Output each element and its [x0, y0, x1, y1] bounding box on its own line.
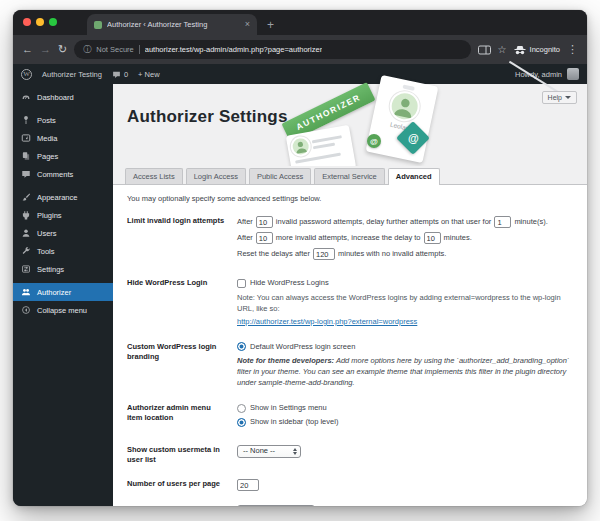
browser-tab[interactable]: Authorizer ‹ Authorizer Testing × — [87, 14, 257, 35]
sidebar-item-posts[interactable]: Posts — [13, 111, 113, 129]
bookmark-star-icon[interactable]: ☆ — [498, 45, 507, 55]
window-controls — [23, 18, 57, 26]
minimize-window-button[interactable] — [36, 18, 44, 26]
help-label: Help — [548, 94, 562, 101]
branding-default-radio[interactable] — [237, 342, 246, 351]
forward-icon[interactable]: → — [40, 44, 51, 55]
dashboard-icon — [21, 92, 31, 102]
row-sort-method: Approved users sort method Date approved — [127, 505, 573, 506]
browser-window: Authorizer ‹ Authorizer Testing × + ← → … — [13, 10, 587, 506]
usermeta-select[interactable]: -- None -- — [237, 445, 301, 458]
tab-external-service[interactable]: External Service — [314, 168, 385, 184]
sidebar-item-dashboard[interactable]: Dashboard — [13, 88, 113, 106]
tab-access-lists[interactable]: Access Lists — [125, 168, 183, 184]
tab-strip: Authorizer ‹ Authorizer Testing × + — [13, 10, 587, 35]
sidebar-item-label: Plugins — [37, 211, 62, 220]
sidebar-item-users[interactable]: Users — [13, 224, 113, 242]
collapse-arrow-icon — [21, 305, 31, 315]
users-per-page-input[interactable] — [237, 479, 259, 491]
limit-text: more invalid attempts, increase the dela… — [276, 233, 421, 244]
help-button[interactable]: Help — [542, 91, 577, 104]
sidebar-item-plugins[interactable]: Plugins — [13, 206, 113, 224]
wordpress-logo-icon[interactable]: W — [21, 69, 32, 80]
limit-text: After — [237, 217, 253, 228]
sidebar-item-label: Comments — [37, 170, 73, 179]
sidebar-item-tools[interactable]: Tools — [13, 242, 113, 260]
new-tab-button[interactable]: + — [267, 19, 274, 31]
banner-illustration: AUTHORIZER Leolani — [273, 84, 587, 166]
tab-advanced[interactable]: Advanced — [388, 168, 440, 185]
sidebar-item-authorizer[interactable]: Authorizer — [13, 283, 113, 301]
select-value: -- None -- — [243, 446, 275, 457]
adminbar-comment-count: 0 — [124, 70, 128, 79]
incognito-badge: Incognito — [514, 45, 560, 55]
browser-menu-icon[interactable]: ⋮ — [567, 44, 578, 55]
admin-content: Help Authorizer Settings AUTHORIZER Leol… — [113, 84, 587, 506]
settings-tabs: Access Lists Login Access Public Access … — [113, 166, 587, 185]
tab-close-icon[interactable]: × — [245, 20, 250, 29]
security-label: Not Secure — [96, 45, 134, 54]
sidebar-item-label: Authorizer — [37, 288, 71, 297]
incognito-label: Incognito — [530, 45, 560, 54]
menu-settings-radio[interactable] — [237, 404, 246, 413]
hide-login-checkbox[interactable] — [237, 279, 246, 288]
omnibox-divider — [139, 45, 140, 54]
sidebar-item-collapse-menu[interactable]: Collapse menu — [13, 301, 113, 319]
radio-label: Show in sidebar (top level) — [250, 417, 338, 428]
adminbar-comments[interactable]: 0 — [112, 70, 128, 79]
incognito-icon — [514, 45, 526, 55]
limit-text: invalid password attempts, delay further… — [276, 217, 492, 228]
wp-login-link[interactable]: http://authorizer.test/wp-login.php?exte… — [237, 317, 417, 328]
page-header: Authorizer Settings AUTHORIZER Leolani — [113, 84, 587, 166]
sidebar-item-media[interactable]: Media — [13, 129, 113, 147]
radio-label: Default WordPress login screen — [250, 342, 355, 353]
admin-main-row: Dashboard Posts Media Pages Comments — [13, 84, 587, 506]
tab-public-access[interactable]: Public Access — [249, 168, 311, 184]
comments-bubble-icon — [112, 70, 121, 79]
field-label: Authorizer admin menu item location — [127, 403, 237, 431]
address-bar[interactable]: ⓘ Not Secure authorizer.test/wp-admin/ad… — [74, 40, 470, 59]
reload-icon[interactable]: ↻ — [58, 44, 67, 55]
sidebar-item-label: Users — [37, 229, 57, 238]
limit-text: After — [237, 233, 253, 244]
zoom-window-button[interactable] — [49, 18, 57, 26]
attempts-2-input[interactable] — [256, 232, 273, 244]
menu-sidebar-radio[interactable] — [237, 418, 246, 427]
row-menu-location: Authorizer admin menu item location Show… — [127, 403, 573, 431]
sidebar-item-pages[interactable]: Pages — [13, 147, 113, 165]
sidebar-item-appearance[interactable]: Appearance — [13, 188, 113, 206]
sort-method-select[interactable]: Date approved — [237, 505, 315, 506]
card-avatar — [291, 137, 310, 156]
sidebar-item-comments[interactable]: Comments — [13, 165, 113, 183]
at-glyph: @ — [408, 132, 419, 144]
chevron-down-icon — [565, 96, 571, 99]
wp-admin-bar: W Authorizer Testing 0 + New Howdy, admi… — [13, 64, 587, 84]
field-label: Show custom usermeta in user list — [127, 445, 237, 465]
delay-increase-input[interactable] — [424, 232, 441, 244]
close-window-button[interactable] — [23, 18, 31, 26]
site-info-icon[interactable]: ⓘ — [83, 44, 91, 55]
authorizer-groups-icon — [21, 287, 31, 297]
adminbar-new-button[interactable]: + New — [138, 70, 159, 79]
row-usermeta: Show custom usermeta in user list -- Non… — [127, 445, 573, 465]
tab-login-access[interactable]: Login Access — [186, 168, 246, 184]
field-label: Hide WordPress Login — [127, 278, 237, 328]
adminbar-site-name[interactable]: Authorizer Testing — [42, 70, 102, 79]
field-label: Number of users per page — [127, 479, 237, 491]
tab-title: Authorizer ‹ Authorizer Testing — [107, 20, 240, 29]
limit-text: minute(s). — [514, 217, 547, 228]
side-panel-icon[interactable] — [478, 45, 491, 55]
back-icon[interactable]: ← — [22, 44, 33, 55]
row-login-branding: Custom WordPress login branding Default … — [127, 342, 573, 390]
sidebar-item-label: Posts — [37, 116, 56, 125]
posts-pin-icon — [21, 115, 31, 125]
delay-minutes-input[interactable] — [494, 216, 511, 228]
attempts-1-input[interactable] — [256, 216, 273, 228]
reset-duration-input[interactable] — [313, 248, 335, 260]
sidebar-item-settings[interactable]: Settings — [13, 260, 113, 278]
sidebar-item-label: Settings — [37, 265, 64, 274]
intro-text: You may optionally specify some advanced… — [127, 194, 573, 203]
checkbox-label: Hide WordPress Logins — [250, 278, 329, 289]
media-icon — [21, 133, 31, 143]
badge-avatar — [389, 91, 420, 122]
